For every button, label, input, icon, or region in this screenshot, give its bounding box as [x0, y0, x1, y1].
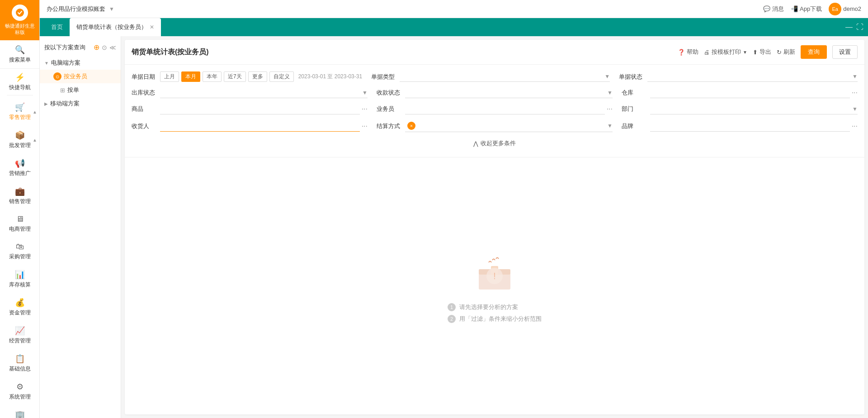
scheme-header: 按以下方案查询 ⊕ ⊙ ≪: [40, 41, 121, 54]
payment-status-select[interactable]: ▼: [405, 88, 613, 98]
settings-scheme-icon[interactable]: ⊙: [102, 44, 107, 51]
goods-label: 商品: [132, 105, 156, 113]
tip-num-2: 2: [448, 315, 456, 323]
tab-home[interactable]: 首页: [44, 18, 70, 36]
tree-parent-mobile[interactable]: ▶ 移动端方案: [40, 97, 121, 110]
svg-text:!: !: [493, 271, 496, 281]
date-this-year-btn[interactable]: 本年: [203, 71, 222, 82]
tree-subchild-doc-label: 按单: [67, 86, 79, 94]
export-btn[interactable]: ⬆ 导出: [753, 48, 771, 56]
date-this-month-btn[interactable]: 本月: [181, 71, 200, 82]
tab-close-icon[interactable]: ✕: [150, 24, 154, 30]
filter-area: 单据日期 上月 本月 本年 近7天 更多 自定义 2023-03-01 至 20…: [125, 65, 864, 157]
settlement-select[interactable]: × ▼: [405, 120, 613, 132]
sidebar-item-operation[interactable]: 📈 经营管理: [0, 321, 39, 349]
active-scheme-icon: ⊙: [53, 72, 61, 81]
message-btn[interactable]: 💬 消息: [763, 5, 784, 13]
tree-child-by-salesperson[interactable]: ⊙ 按业务员: [40, 70, 121, 83]
doc-type-arrow-icon: ▼: [604, 73, 610, 80]
out-status-arrow-icon: ▼: [362, 90, 368, 96]
sidebar-item-wholesale[interactable]: 📦 批发管理 ▲: [0, 126, 39, 154]
doc-status-label: 单据状态: [619, 73, 644, 81]
account-dropdown-icon[interactable]: ▼: [109, 6, 114, 12]
sidebar-item-system[interactable]: ⚙ 系统管理: [0, 377, 39, 405]
subchild-icon: ⊞: [60, 87, 65, 94]
payment-status-label: 收款状态: [377, 89, 401, 97]
refresh-btn[interactable]: ↻ 刷新: [777, 48, 795, 56]
app-download-btn[interactable]: 📲 App下载: [791, 5, 822, 13]
sidebar-item-enterprise[interactable]: 🏢 企业协同: [0, 405, 39, 418]
refresh-icon: ↻: [777, 49, 782, 56]
settings-btn[interactable]: 设置: [832, 45, 858, 59]
department-select[interactable]: ▼: [650, 104, 858, 114]
settlement-clear-btn[interactable]: ×: [407, 122, 415, 130]
sidebar-item-finance[interactable]: 💰 资金管理: [0, 293, 39, 321]
salesperson-dots-btn[interactable]: ···: [607, 105, 613, 113]
goods-dots-btn[interactable]: ···: [362, 105, 368, 113]
doc-status-select[interactable]: ▼: [647, 71, 858, 82]
sidebar-search-item[interactable]: 🔍 搜索菜单: [0, 40, 39, 69]
tree-child-salesperson-label: 按业务员: [64, 72, 87, 81]
salesperson-input[interactable]: [405, 104, 605, 114]
date-last-month-btn[interactable]: 上月: [160, 71, 179, 82]
tree-subchild-by-doc[interactable]: ⊞ 按单: [40, 83, 121, 97]
shortcut-icon: ⚡: [9, 72, 31, 82]
date-7days-btn[interactable]: 近7天: [224, 71, 246, 82]
sidebar-search-label: 搜索菜单: [2, 56, 37, 64]
collapse-scheme-icon[interactable]: ≪: [109, 44, 116, 51]
tree-parent-desktop-label: 电脑端方案: [51, 59, 80, 67]
tab-maximize-icon[interactable]: ⛶: [856, 23, 863, 31]
user-menu-btn[interactable]: Ea demo2: [829, 3, 861, 15]
print-btn[interactable]: 🖨 按模板打印 ▼: [704, 48, 747, 56]
department-arrow-icon: ▼: [852, 106, 858, 112]
tree-parent-desktop[interactable]: ▼ 电脑端方案: [40, 56, 121, 70]
settlement-arrow-icon: ▼: [607, 123, 613, 129]
logo-icon: [12, 5, 28, 21]
sidebar-item-ecommerce[interactable]: 🖥 电商管理: [0, 210, 39, 238]
brand-dots-btn[interactable]: ···: [852, 122, 858, 130]
sidebar-item-inventory[interactable]: 📊 库存核算: [0, 265, 39, 293]
scheme-header-label: 按以下方案查询: [44, 43, 85, 52]
date-custom-btn[interactable]: 自定义: [269, 71, 294, 82]
right-panel: 销货单统计表(按业务员) ❓ 帮助 🖨 按模板打印 ▼ ⬆ 导出: [125, 40, 864, 414]
tab-minimize-icon[interactable]: —: [845, 23, 853, 31]
sidebar-item-sales[interactable]: 💼 销售管理: [0, 182, 39, 210]
tab-sales-stats[interactable]: 销货单统计表（按业务员） ✕: [70, 18, 161, 36]
filter-out-status: 出库状态 ▼: [132, 88, 368, 98]
out-status-select[interactable]: ▼: [160, 88, 368, 98]
filter-settlement: 结算方式 × ▼: [377, 120, 613, 132]
filter-payment-status: 收款状态 ▼: [377, 88, 613, 98]
sidebar-item-retail[interactable]: 🛒 零售管理 ▲: [0, 98, 39, 126]
query-btn[interactable]: 查询: [801, 45, 827, 59]
collapse-btn[interactable]: ⋀ 收起更多条件: [467, 137, 523, 150]
goods-input[interactable]: [160, 104, 360, 114]
tree-arrow-right-icon: ▶: [44, 101, 48, 106]
help-icon: ❓: [678, 49, 685, 56]
filter-doc-type: 单据类型 ▼: [371, 71, 610, 82]
sidebar-item-basic[interactable]: 📋 基础信息: [0, 349, 39, 377]
logo-text: 畅捷通好生意 标版: [2, 23, 38, 36]
brand-label: 品牌: [622, 122, 646, 130]
tip-num-1: 1: [448, 303, 456, 311]
sidebar-item-purchase[interactable]: 🛍 采购管理: [0, 238, 39, 265]
brand-input[interactable]: [650, 121, 850, 132]
help-btn[interactable]: ❓ 帮助: [678, 48, 698, 56]
date-more-btn[interactable]: 更多: [248, 71, 267, 82]
sidebar-logo[interactable]: 畅捷通好生意 标版: [0, 0, 40, 40]
account-title: 办公用品行业模拟账套: [47, 5, 105, 13]
enterprise-icon: 🏢: [15, 410, 25, 418]
filter-department: 部门 ▼: [622, 104, 858, 114]
add-scheme-icon[interactable]: ⊕: [94, 43, 99, 52]
expand-icon2: ▲: [33, 137, 37, 142]
sidebar-shortcut-item[interactable]: ⚡ 快捷导航: [7, 69, 33, 95]
message-icon: 💬: [763, 5, 770, 12]
receiver-input[interactable]: [160, 121, 360, 132]
doc-type-select[interactable]: ▼: [400, 71, 610, 82]
warehouse-dots-btn[interactable]: ···: [852, 89, 858, 97]
warehouse-input[interactable]: [650, 87, 850, 98]
ecommerce-icon: 🖥: [16, 214, 24, 224]
receiver-dots-btn[interactable]: ···: [362, 122, 368, 130]
filter-brand: 品牌 ···: [622, 121, 858, 132]
sidebar-item-marketing[interactable]: 📢 营销推广: [0, 154, 39, 182]
filter-row-2: 出库状态 ▼ 收款状态 ▼ 仓库: [132, 87, 858, 98]
